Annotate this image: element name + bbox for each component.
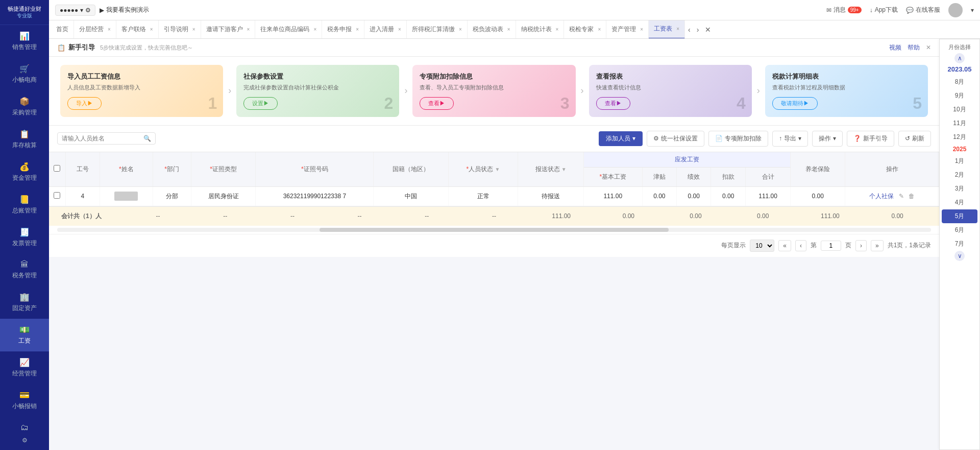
tab-nav-next[interactable]: › <box>694 20 702 39</box>
add-employee-btn[interactable]: 添加人员 ▾ <box>599 131 643 146</box>
search-input[interactable] <box>62 135 143 142</box>
app-download-btn[interactable]: ↓ App下载 <box>870 6 898 14</box>
row-action-social-0[interactable]: 个人社保 <box>869 193 894 200</box>
row-action-delete-0[interactable]: 🗑 <box>909 193 915 200</box>
tab-yinjian[interactable]: 引导说明× <box>159 20 201 39</box>
tab-close-yinjian[interactable]: × <box>192 27 195 32</box>
next-page-btn[interactable]: › <box>855 240 867 251</box>
export-btn[interactable]: ↑ 导出 ▾ <box>772 131 808 147</box>
scroll-thumb[interactable] <box>320 228 669 232</box>
tab-close-all-btn[interactable]: ✕ <box>702 20 714 39</box>
month-item-m9[interactable]: 9月 <box>942 89 977 103</box>
month-picker-up-btn[interactable]: ∧ <box>954 53 965 63</box>
scroll-bar-area[interactable] <box>49 226 939 234</box>
sidebar-item-inventory[interactable]: 📋 库存核算 <box>0 123 49 156</box>
message-btn[interactable]: ✉ 消息 99+ <box>826 6 862 14</box>
row-select-0[interactable] <box>54 192 60 199</box>
page-size-select[interactable]: 10 20 50 <box>750 240 774 252</box>
tab-home[interactable]: 首页 <box>51 20 74 39</box>
tab-zhuanjia[interactable]: 税检专家× <box>564 20 606 39</box>
sidebar-item-general[interactable]: 📒 总账管理 <box>0 188 49 221</box>
tab-suodei[interactable]: 所得税汇算清缴× <box>407 20 468 39</box>
tab-shenbao[interactable]: 税务申报× <box>322 20 364 39</box>
first-page-btn[interactable]: « <box>778 240 791 251</box>
select-all-checkbox[interactable] <box>54 165 60 172</box>
tab-close-shenbao[interactable]: × <box>356 27 359 32</box>
guide-video-btn[interactable]: 视频 <box>889 43 901 52</box>
step-num-1: 1 <box>208 94 217 113</box>
social-insurance-btn[interactable]: ⚙ 统一社保设置 <box>647 131 704 147</box>
month-item-m4[interactable]: 4月 <box>942 196 977 209</box>
guide-btn[interactable]: ❓ 新手引导 <box>847 131 894 147</box>
month-item-m1[interactable]: 1月 <box>942 154 977 168</box>
tab-nav-prev[interactable]: ‹ <box>685 20 694 39</box>
tab-gongzi[interactable]: 工资表× <box>649 20 685 39</box>
tab-close-mianchu[interactable]: × <box>507 27 510 32</box>
special-deduct-btn[interactable]: 📄 专项附加扣除 <box>708 131 768 147</box>
sidebar-item-fund[interactable]: 💰 资金管理 <box>0 156 49 188</box>
tab-close-gongzi[interactable]: × <box>676 26 679 32</box>
tab-close-suodei[interactable]: × <box>459 27 462 32</box>
tab-jinru[interactable]: 进入清册× <box>364 20 407 39</box>
step-btn-3[interactable]: 查看▶ <box>420 97 454 110</box>
row-checkbox-0[interactable] <box>49 186 65 206</box>
user-avatar[interactable] <box>948 3 963 17</box>
tab-kehu[interactable]: 客户联络× <box>116 20 159 39</box>
operation-btn[interactable]: 操作 ▾ <box>812 131 843 147</box>
sidebar-item-marketing[interactable]: 💳 小畅报销 <box>0 384 49 417</box>
tab-close-yaoqing[interactable]: × <box>247 27 250 32</box>
month-item-m3[interactable]: 3月 <box>942 182 977 196</box>
tab-close-fen_ceng[interactable]: × <box>108 27 111 32</box>
sidebar-item-ecommerce[interactable]: 🛒 小畅电商 <box>0 58 49 90</box>
sidebar-settings-btn[interactable]: ⚙ <box>20 431 30 450</box>
sidebar-item-invoice[interactable]: 🧾 发票管理 <box>0 221 49 254</box>
tab-label-wanglai: 往来单位商品编码 <box>260 25 309 34</box>
tab-zichan[interactable]: 资产管理× <box>606 20 649 39</box>
tab-mianchu[interactable]: 税负波动表× <box>468 20 516 39</box>
tab-close-jinru[interactable]: × <box>398 27 401 32</box>
month-item-m8[interactable]: 8月 <box>942 75 977 89</box>
step-card-3: 专项附加扣除信息 查看、导入员工专项附加扣除信息 查看▶ 3 <box>412 65 575 117</box>
tab-close-tongji[interactable]: × <box>556 27 559 32</box>
sidebar-item-purchase[interactable]: 📦 采购管理 <box>0 90 49 123</box>
month-item-m12[interactable]: 12月 <box>942 130 977 144</box>
step-btn-5[interactable]: 敬请期待▶ <box>772 97 818 110</box>
user-menu-btn[interactable]: ▾ <box>971 7 974 14</box>
month-item-m5[interactable]: 5月 <box>942 209 977 223</box>
guide-close-btn[interactable]: ✕ <box>926 44 931 51</box>
demo-btn[interactable]: ▶ 我要看实例演示 <box>100 6 149 14</box>
tab-close-zichan[interactable]: × <box>640 27 643 32</box>
tab-fen_ceng[interactable]: 分层经营× <box>74 20 116 39</box>
month-picker-down-btn[interactable]: ∨ <box>954 251 965 261</box>
sidebar-item-fixed_asset[interactable]: 🏢 固定资产 <box>0 286 49 319</box>
guide-help-btn[interactable]: 帮助 <box>908 43 920 52</box>
month-item-m6[interactable]: 6月 <box>942 223 977 237</box>
scroll-track[interactable] <box>57 228 931 232</box>
page-number-input[interactable] <box>821 241 841 251</box>
prev-page-btn[interactable]: ‹ <box>795 240 806 251</box>
refresh-btn[interactable]: ↺ 刷新 <box>898 131 931 147</box>
search-icon[interactable]: 🔍 <box>143 135 151 142</box>
sidebar-item-sales[interactable]: 📊 销售管理 <box>0 25 49 58</box>
tab-tongji[interactable]: 纳税统计表× <box>516 20 565 39</box>
month-item-m10[interactable]: 10月 <box>942 103 977 116</box>
sidebar-item-salary[interactable]: 💵 工资 <box>0 319 49 351</box>
tab-close-wanglai[interactable]: × <box>313 27 316 32</box>
tab-yaoqing[interactable]: 邀请下游客户× <box>201 20 256 39</box>
step-btn-1[interactable]: 导入▶ <box>67 97 102 110</box>
last-page-btn[interactable]: » <box>871 240 884 251</box>
step-btn-4[interactable]: 查看▶ <box>596 97 630 110</box>
online-service-btn[interactable]: 💬 在线客服 <box>906 6 940 14</box>
step-btn-2[interactable]: 设置▶ <box>243 97 278 110</box>
row-action-edit-0[interactable]: ✎ <box>899 193 904 200</box>
tab-wanglai[interactable]: 往来单位商品编码× <box>255 20 322 39</box>
month-item-m11[interactable]: 11月 <box>942 116 977 130</box>
sidebar-item-basic[interactable]: 🗂 基础信息 <box>0 417 49 431</box>
month-item-m7[interactable]: 7月 <box>942 237 977 251</box>
tab-close-zhuanjia[interactable]: × <box>598 27 601 32</box>
sidebar-item-tax[interactable]: 🏛 税务管理 <box>0 254 49 286</box>
sidebar-item-operation[interactable]: 📈 经营管理 <box>0 351 49 384</box>
month-item-m2[interactable]: 2月 <box>942 168 977 182</box>
tab-close-kehu[interactable]: × <box>150 27 153 32</box>
company-selector[interactable]: ●●●●● ▾ ⚙ <box>55 5 95 16</box>
